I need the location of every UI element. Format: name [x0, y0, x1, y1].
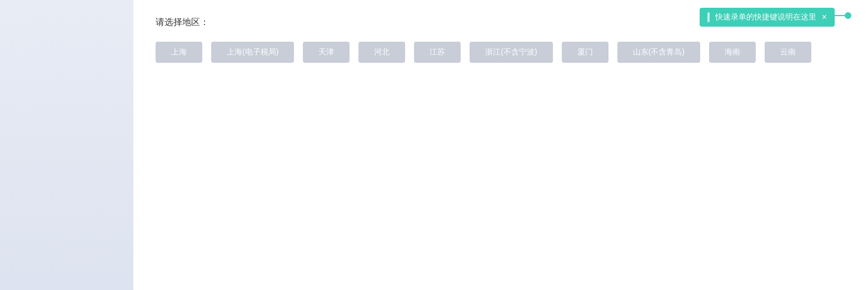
bar-accent-icon	[707, 12, 710, 22]
region-buttons: 上海上海(电子税局)天津河北江苏浙江(不含宁波)厦门山东(不含青岛)海南云南	[156, 42, 846, 63]
region-button-tianjin[interactable]: 天津	[303, 42, 350, 63]
region-button-shanghai[interactable]: 上海	[156, 42, 202, 63]
region-button-shandong[interactable]: 山东(不含青岛)	[617, 42, 700, 63]
tooltip-close-button[interactable]: ×	[822, 13, 827, 22]
main-content: 请选择地区： 上海上海(电子税局)天津河北江苏浙江(不含宁波)厦门山东(不含青岛…	[133, 0, 868, 290]
connector-dot	[845, 12, 851, 19]
sidebar	[0, 0, 133, 290]
region-button-shanghai-etax[interactable]: 上海(电子税局)	[211, 42, 294, 63]
region-button-hebei[interactable]: 河北	[358, 42, 405, 63]
tooltip-text: 快速录单的快捷键说明在这里	[715, 12, 816, 22]
tooltip-bar: 快速录单的快捷键说明在这里 ×	[700, 8, 835, 27]
region-button-hainan[interactable]: 海南	[709, 42, 756, 63]
dot-connector	[831, 12, 851, 19]
region-button-yunnan[interactable]: 云南	[765, 42, 811, 63]
connector-line	[831, 15, 845, 16]
region-button-jiangsu[interactable]: 江苏	[414, 42, 461, 63]
region-button-zhejiang[interactable]: 浙江(不含宁波)	[470, 42, 552, 63]
region-button-xiamen[interactable]: 厦门	[562, 42, 608, 63]
